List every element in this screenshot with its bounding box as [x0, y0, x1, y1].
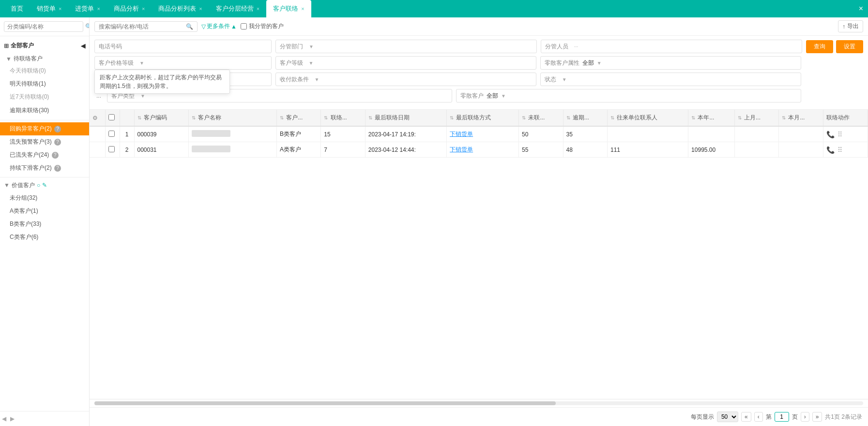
td-last-date-1: 2023-04-17 14:19:	[365, 126, 446, 142]
sidebar-left-arrow[interactable]: ◀	[0, 413, 8, 424]
th-last-method[interactable]: 最后联络方式	[447, 110, 519, 126]
td-this-month-1	[779, 126, 823, 142]
filter-dept[interactable]: 分管部门 ▼	[275, 40, 537, 53]
edit-icon[interactable]: ○	[37, 182, 40, 189]
td-related-1	[607, 126, 688, 142]
per-page-select[interactable]: 50	[717, 411, 738, 422]
sidebar-group-pending-title[interactable]: ▼ 待联络客户	[0, 53, 89, 64]
filter-retail-attr[interactable]: 零散客户属性 全部 ▼	[540, 56, 801, 70]
filter-status[interactable]: 状态 ▼	[540, 73, 801, 86]
close-icon[interactable]: ×	[59, 6, 61, 12]
sidebar-item-c-class[interactable]: C类客户(6)	[0, 231, 89, 244]
close-icon[interactable]: ×	[301, 6, 304, 12]
td-settings-2	[90, 142, 105, 158]
th-contact[interactable]: 联络...	[321, 110, 365, 126]
tab-home[interactable]: 首页	[4, 0, 30, 17]
more-icon-2[interactable]: ⠿	[838, 146, 842, 154]
close-icon[interactable]: ×	[257, 6, 259, 12]
phone-icon-1[interactable]: 📞	[826, 131, 835, 138]
close-icon[interactable]: ×	[97, 6, 100, 12]
th-related-person[interactable]: 往来单位联系人	[607, 110, 688, 126]
sidebar-search-icon[interactable]: 🔍	[85, 23, 90, 30]
current-page-input[interactable]	[775, 412, 789, 422]
filter-person[interactable]: 分管人员 ···	[541, 40, 802, 53]
row-checkbox-1[interactable]	[108, 131, 115, 137]
th-type[interactable]: 客户...	[276, 110, 320, 126]
td-code-1: 000039	[134, 126, 189, 142]
sidebar-item-already-lost[interactable]: 已流失客户(24) ?	[0, 148, 89, 162]
top-nav: 首页 销货单 × 进货单 × 商品分析 × 商品分析列表 × 客户分层经营 × …	[0, 0, 868, 17]
last-method-link-1[interactable]: 下销货单	[450, 131, 473, 137]
th-last-month[interactable]: 上月...	[734, 110, 778, 126]
sidebar-item-today[interactable]: 今天待联络(0)	[0, 64, 89, 77]
sidebar-search-input[interactable]	[4, 21, 83, 32]
my-customer-checkbox-label[interactable]: 我分管的客户	[241, 22, 284, 30]
filter-payment[interactable]: 收付款条件 ▼	[275, 73, 536, 86]
settings-button[interactable]: 设置	[836, 40, 863, 53]
last-method-link-2[interactable]: 下销货单	[450, 146, 473, 153]
sidebar-item-all-customers[interactable]: ⊞ 全部客户 ◀	[0, 39, 89, 52]
tab-purchase-order[interactable]: 进货单 ×	[68, 0, 107, 17]
table-header-row: ⚙ 客户编码 客户名称 客户...	[90, 110, 868, 126]
th-overdue[interactable]: 逾期...	[563, 110, 607, 126]
more-filter-button[interactable]: ▽ 更多条件 ▲	[201, 22, 237, 30]
th-name[interactable]: 客户名称	[189, 110, 277, 126]
tab-customer-tier[interactable]: 客户分层经营 ×	[209, 0, 266, 17]
filter-phone[interactable]: 电话号码	[94, 40, 272, 53]
sidebar-body: ⊞ 全部客户 ◀ ▼ 待联络客户 今天待联络(0) 明天待联络(1) 近7天待联…	[0, 36, 89, 411]
phone-icon-2[interactable]: 📞	[826, 146, 835, 154]
sidebar-item-7days[interactable]: 近7天待联络(0)	[0, 90, 89, 103]
th-this-year[interactable]: 本年...	[688, 110, 735, 126]
action-icons-2: 📞 ⠿	[826, 146, 865, 154]
filter-retail-customer[interactable]: 零散客户 全部 ▼	[456, 89, 801, 103]
close-icon[interactable]: ×	[199, 6, 202, 12]
search-input[interactable]	[99, 23, 186, 30]
table-settings-icon[interactable]: ⚙	[92, 115, 98, 121]
search-icon[interactable]: 🔍	[186, 23, 193, 30]
first-page-button[interactable]: «	[741, 412, 751, 422]
th-this-month[interactable]: 本月...	[779, 110, 823, 126]
filter-price-level[interactable]: 客户价格等级 ▼	[94, 56, 272, 70]
sidebar-item-declining[interactable]: 持续下滑客户(2) ?	[0, 162, 89, 175]
help-icon[interactable]: ?	[54, 126, 61, 132]
table-row: 1 000039 B类客户 15	[90, 126, 868, 142]
filter-customer-level[interactable]: 客户等级 ▼	[275, 56, 536, 70]
td-this-year-1	[688, 126, 735, 142]
pagination: 每页显示 50 « ‹ 第 页 › » 共1页 2条记录	[90, 407, 868, 426]
select-all-checkbox[interactable]	[108, 114, 115, 120]
sidebar-item-b-class[interactable]: B类客户(33)	[0, 218, 89, 231]
sidebar-item-repurchase-abnormal[interactable]: 回购异常客户(2) ?	[0, 122, 89, 135]
td-last-month-2	[734, 142, 778, 158]
help-icon-3[interactable]: ?	[52, 152, 59, 159]
export-button[interactable]: ↑ 导出	[838, 20, 863, 32]
horizontal-scrollbar[interactable]	[90, 399, 868, 407]
tab-sales-order[interactable]: 销货单 ×	[30, 0, 68, 17]
row-checkbox-2[interactable]	[108, 146, 115, 152]
th-code[interactable]: 客户编码	[134, 110, 189, 126]
chevron-down-icon: ▼	[309, 44, 314, 49]
close-icon[interactable]: ×	[142, 6, 145, 12]
more-icon-1[interactable]: ⠿	[838, 131, 842, 138]
help-icon-4[interactable]: ?	[54, 165, 61, 172]
sidebar-item-unclassified[interactable]: 未分组(32)	[0, 191, 89, 205]
settings-icon-small[interactable]: ✎	[42, 182, 47, 189]
th-uncontacted[interactable]: 未联...	[519, 110, 563, 126]
help-icon-2[interactable]: ?	[54, 139, 61, 146]
next-page-button[interactable]: ›	[801, 412, 809, 422]
sidebar-item-overdue[interactable]: 逾期未联络(30)	[0, 104, 89, 117]
th-last-date[interactable]: 最后联络日期	[365, 110, 446, 126]
sidebar-item-tomorrow[interactable]: 明天待联络(1)	[0, 77, 89, 90]
tab-product-analysis-list[interactable]: 商品分析列表 ×	[152, 0, 209, 17]
close-all-tabs-button[interactable]: ×	[859, 4, 863, 13]
sidebar-right-arrow[interactable]: ▶	[8, 413, 16, 424]
collapse-icon[interactable]: ◀	[81, 43, 85, 49]
query-button[interactable]: 查询	[806, 40, 833, 53]
sidebar-group-value-title[interactable]: ▼ 价值客户 ○ ✎	[0, 179, 89, 191]
sidebar-item-a-class[interactable]: A类客户(1)	[0, 205, 89, 218]
prev-page-button[interactable]: ‹	[754, 412, 763, 422]
my-customer-checkbox[interactable]	[241, 23, 247, 29]
tab-product-analysis[interactable]: 商品分析 ×	[107, 0, 152, 17]
sidebar-item-lost-risk[interactable]: 流失预警客户(3) ?	[0, 135, 89, 148]
last-page-button[interactable]: »	[812, 412, 822, 422]
tab-customer-contact[interactable]: 客户联络 ×	[266, 0, 311, 17]
